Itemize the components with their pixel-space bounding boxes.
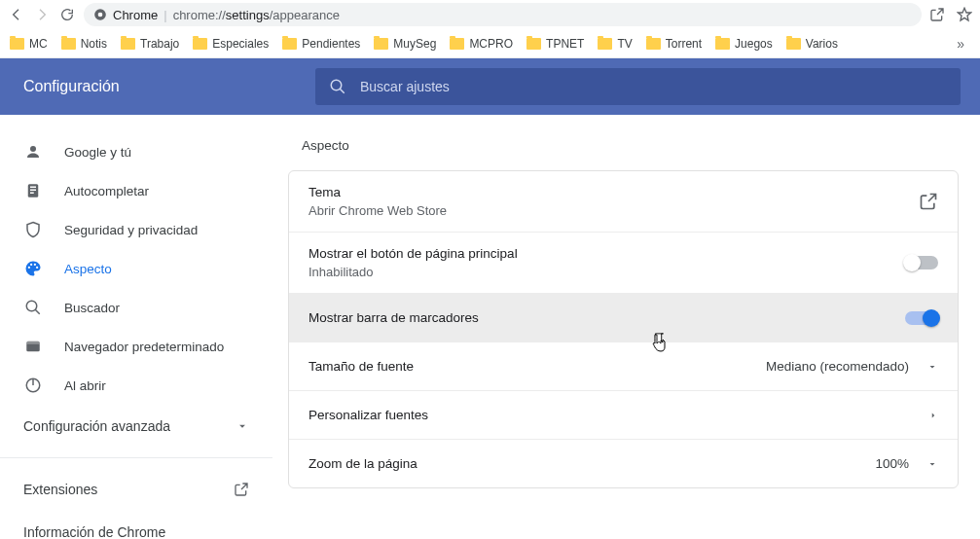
folder-icon	[715, 38, 730, 50]
external-link-icon	[234, 482, 249, 497]
browser-icon	[23, 338, 43, 355]
home-button-toggle[interactable]	[905, 256, 938, 270]
bookmark-item[interactable]: Varios	[786, 37, 838, 51]
folder-icon	[450, 38, 464, 50]
sidebar-item-security[interactable]: Seguridad y privacidad	[0, 210, 272, 249]
svg-line-3	[340, 89, 345, 93]
share-icon[interactable]	[929, 7, 945, 22]
bookmark-item[interactable]: MuySeg	[374, 37, 436, 51]
svg-point-2	[331, 80, 342, 90]
folder-icon	[282, 38, 297, 50]
bookmarks-bar-toggle[interactable]	[905, 311, 938, 325]
sidebar-advanced[interactable]: Configuración avanzada	[0, 405, 272, 448]
folder-icon	[61, 38, 76, 50]
chevron-down-icon	[926, 361, 938, 373]
back-button[interactable]	[8, 6, 25, 23]
url-scheme-label: Chrome	[113, 8, 158, 22]
bookmark-item[interactable]: MCPRO	[450, 37, 513, 51]
sidebar-divider	[0, 457, 272, 458]
chevron-down-icon	[926, 458, 938, 470]
chevron-right-icon	[928, 411, 938, 420]
bookmark-item[interactable]: Notis	[61, 37, 107, 51]
svg-point-9	[26, 301, 37, 311]
sidebar-item-default-browser[interactable]: Navegador predeterminado	[0, 327, 272, 366]
row-home-button: Mostrar el botón de página principal Inh…	[289, 232, 958, 293]
folder-icon	[374, 38, 388, 50]
shield-icon	[23, 221, 43, 238]
palette-icon	[23, 260, 43, 277]
settings-card: Tema Abrir Chrome Web Store Mostrar el b…	[288, 170, 959, 488]
folder-icon	[646, 38, 661, 50]
font-size-dropdown[interactable]: Mediano (recomendado)	[766, 359, 938, 374]
browser-toolbar: Chrome | chrome://settings/appearance	[0, 0, 980, 29]
svg-point-1	[98, 13, 103, 18]
row-customize-fonts[interactable]: Personalizar fuentes	[289, 390, 958, 439]
sidebar-about[interactable]: Información de Chrome	[0, 511, 272, 539]
row-page-zoom: Zoom de la página 100%	[289, 439, 958, 487]
search-icon	[329, 78, 346, 95]
svg-line-10	[35, 309, 40, 314]
sidebar-item-startup[interactable]: Al abrir	[0, 366, 272, 405]
folder-icon	[598, 38, 612, 50]
external-link-icon[interactable]	[919, 192, 938, 211]
folder-icon	[526, 38, 541, 50]
bookmark-item[interactable]: MC	[10, 37, 48, 51]
url-text: chrome://settings/appearance	[173, 8, 340, 22]
search-box[interactable]	[315, 68, 961, 105]
svg-point-4	[30, 146, 36, 152]
sidebar-item-google[interactable]: Google y tú	[0, 132, 272, 171]
row-font-size: Tamaño de fuente Mediano (recomendado)	[289, 341, 958, 390]
reload-button[interactable]	[58, 6, 76, 23]
chrome-icon	[93, 8, 107, 21]
star-icon[interactable]	[957, 7, 972, 22]
person-icon	[23, 143, 43, 161]
clipboard-icon	[23, 182, 43, 199]
folder-icon	[193, 38, 207, 50]
page-title: Configuración	[23, 78, 296, 95]
bookmark-item[interactable]: Torrent	[646, 37, 702, 51]
bookmarks-bar: MC Notis Trabajo Especiales Pendientes M…	[0, 29, 980, 58]
address-bar[interactable]: Chrome | chrome://settings/appearance	[84, 3, 922, 26]
folder-icon	[10, 38, 24, 50]
sidebar-item-search[interactable]: Buscador	[0, 288, 272, 327]
bookmark-item[interactable]: TPNET	[526, 37, 584, 51]
chevron-down-icon	[236, 419, 249, 433]
search-icon	[23, 299, 43, 316]
bookmarks-overflow[interactable]: »	[951, 36, 970, 52]
bookmark-item[interactable]: Juegos	[715, 37, 773, 51]
sidebar-item-autofill[interactable]: Autocompletar	[0, 171, 272, 210]
section-title: Aspecto	[288, 138, 959, 153]
svg-rect-6	[30, 187, 36, 189]
folder-icon	[121, 38, 135, 50]
power-icon	[23, 377, 43, 394]
settings-header: Configuración	[0, 58, 980, 115]
bookmark-item[interactable]: TV	[598, 37, 632, 51]
settings-sidebar: Google y tú Autocompletar Seguridad y pr…	[0, 115, 272, 539]
bookmark-item[interactable]: Especiales	[193, 37, 269, 51]
svg-rect-7	[30, 190, 36, 192]
bookmark-item[interactable]: Pendientes	[282, 37, 360, 51]
search-input[interactable]	[360, 79, 947, 94]
zoom-dropdown[interactable]: 100%	[875, 456, 938, 471]
forward-button[interactable]	[33, 6, 51, 23]
sidebar-item-appearance[interactable]: Aspecto	[0, 249, 272, 288]
settings-content: Aspecto Tema Abrir Chrome Web Store Most…	[272, 115, 980, 539]
url-divider: |	[163, 8, 166, 22]
svg-rect-8	[30, 193, 34, 195]
folder-icon	[786, 38, 801, 50]
row-bookmarks-bar: Mostrar barra de marcadores	[289, 293, 958, 341]
bookmark-item[interactable]: Trabajo	[121, 37, 179, 51]
svg-rect-12	[26, 341, 40, 344]
sidebar-extensions[interactable]: Extensiones	[0, 468, 272, 511]
row-theme[interactable]: Tema Abrir Chrome Web Store	[289, 171, 958, 232]
